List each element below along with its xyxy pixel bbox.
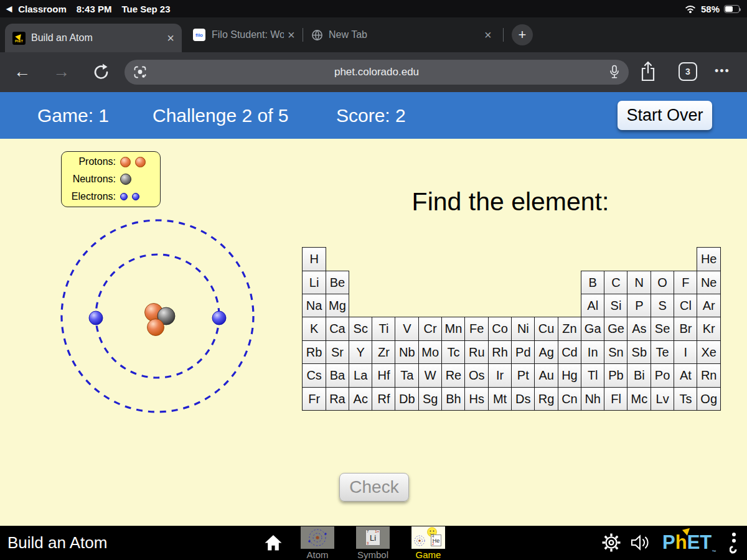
element-cell-Ga[interactable]: Ga <box>581 317 605 341</box>
element-cell-Xe[interactable]: Xe <box>697 340 721 365</box>
element-cell-Mc[interactable]: Mc <box>627 387 651 411</box>
microphone-icon[interactable] <box>609 65 620 80</box>
element-cell-Ir[interactable]: Ir <box>488 363 512 388</box>
tab-build-an-atom[interactable]: PhET Build an Atom × <box>5 24 182 52</box>
back-to-app-icon[interactable]: ◀ <box>6 4 12 13</box>
element-cell-W[interactable]: W <box>418 363 443 388</box>
element-cell-Po[interactable]: Po <box>651 363 675 388</box>
element-cell-Re[interactable]: Re <box>441 363 466 388</box>
element-cell-P[interactable]: P <box>627 294 651 318</box>
element-cell-Ac[interactable]: Ac <box>349 387 373 411</box>
element-cell-Bi[interactable]: Bi <box>627 363 651 388</box>
element-cell-Fe[interactable]: Fe <box>464 317 489 341</box>
element-cell-Na[interactable]: Na <box>302 294 326 318</box>
element-cell-Pt[interactable]: Pt <box>511 363 535 388</box>
phet-menu-icon[interactable] <box>730 532 741 554</box>
element-cell-Cr[interactable]: Cr <box>418 317 443 341</box>
element-cell-Ar[interactable]: Ar <box>697 294 721 318</box>
screen-button-game[interactable]: He 4 2 Game <box>411 526 446 560</box>
element-cell-Ge[interactable]: Ge <box>604 317 628 341</box>
element-cell-Rn[interactable]: Rn <box>697 363 721 388</box>
element-cell-Si[interactable]: Si <box>604 294 628 318</box>
element-cell-Be[interactable]: Be <box>326 271 350 295</box>
element-cell-Fl[interactable]: Fl <box>604 387 628 411</box>
element-cell-Zn[interactable]: Zn <box>558 317 582 341</box>
overflow-menu-icon[interactable]: ••• <box>715 61 730 81</box>
screen-button-atom[interactable]: Atom <box>300 526 335 560</box>
element-cell-Pb[interactable]: Pb <box>604 363 628 388</box>
element-cell-Se[interactable]: Se <box>651 317 675 341</box>
element-cell-Rh[interactable]: Rh <box>488 340 512 365</box>
element-cell-Nb[interactable]: Nb <box>395 340 419 365</box>
settings-gear-icon[interactable] <box>601 533 621 553</box>
element-cell-Co[interactable]: Co <box>488 317 512 341</box>
element-cell-Ne[interactable]: Ne <box>697 271 721 295</box>
forward-button[interactable]: → <box>53 62 70 82</box>
element-cell-Y[interactable]: Y <box>349 340 373 365</box>
start-over-button[interactable]: Start Over <box>618 101 712 130</box>
element-cell-Ca[interactable]: Ca <box>326 317 350 341</box>
element-cell-Sr[interactable]: Sr <box>326 340 350 365</box>
element-cell-Os[interactable]: Os <box>464 363 489 388</box>
element-cell-Rb[interactable]: Rb <box>302 340 326 365</box>
element-cell-Ti[interactable]: Ti <box>372 317 396 341</box>
element-cell-Ag[interactable]: Ag <box>534 340 558 365</box>
back-button[interactable]: ← <box>14 62 31 82</box>
url-text[interactable]: phet.colorado.edu <box>125 60 629 85</box>
element-cell-Mg[interactable]: Mg <box>326 294 350 318</box>
element-cell-Ds[interactable]: Ds <box>511 387 535 411</box>
element-cell-Ta[interactable]: Ta <box>395 363 419 388</box>
element-cell-Ru[interactable]: Ru <box>464 340 489 365</box>
element-cell-Rg[interactable]: Rg <box>534 387 558 411</box>
element-cell-S[interactable]: S <box>651 294 675 318</box>
address-bar[interactable]: phet.colorado.edu <box>125 60 629 85</box>
close-tab-icon[interactable]: × <box>167 32 174 44</box>
tab-count-button[interactable]: 3 <box>679 62 697 81</box>
element-cell-Sg[interactable]: Sg <box>418 387 443 411</box>
element-cell-Mn[interactable]: Mn <box>441 317 466 341</box>
back-to-app-label[interactable]: Classroom <box>18 4 67 14</box>
element-cell-Pd[interactable]: Pd <box>511 340 535 365</box>
sound-icon[interactable] <box>630 534 652 551</box>
element-cell-N[interactable]: N <box>627 271 651 295</box>
element-cell-Br[interactable]: Br <box>674 317 698 341</box>
element-cell-Db[interactable]: Db <box>395 387 419 411</box>
element-cell-Kr[interactable]: Kr <box>697 317 721 341</box>
element-cell-H[interactable]: H <box>302 247 326 271</box>
element-cell-Li[interactable]: Li <box>302 271 326 295</box>
element-cell-Lv[interactable]: Lv <box>651 387 675 411</box>
element-cell-Sb[interactable]: Sb <box>627 340 651 365</box>
element-cell-Sc[interactable]: Sc <box>349 317 373 341</box>
element-cell-Hs[interactable]: Hs <box>464 387 489 411</box>
element-cell-Nh[interactable]: Nh <box>581 387 605 411</box>
element-cell-At[interactable]: At <box>674 363 698 388</box>
close-tab-icon[interactable]: × <box>288 28 295 42</box>
element-cell-Ts[interactable]: Ts <box>674 387 698 411</box>
element-cell-Ni[interactable]: Ni <box>511 317 535 341</box>
element-cell-Rf[interactable]: Rf <box>372 387 396 411</box>
tab-new-tab[interactable]: New Tab <box>329 29 367 40</box>
element-cell-O[interactable]: O <box>651 271 675 295</box>
element-cell-Cs[interactable]: Cs <box>302 363 326 388</box>
element-cell-La[interactable]: La <box>349 363 373 388</box>
reload-button[interactable] <box>92 63 111 82</box>
share-icon[interactable] <box>640 61 656 82</box>
element-cell-Tl[interactable]: Tl <box>581 363 605 388</box>
element-cell-In[interactable]: In <box>581 340 605 365</box>
check-button[interactable]: Check <box>339 473 409 502</box>
element-cell-F[interactable]: F <box>674 271 698 295</box>
element-cell-Hg[interactable]: Hg <box>558 363 582 388</box>
element-cell-He[interactable]: He <box>697 247 721 271</box>
element-cell-Tc[interactable]: Tc <box>441 340 466 365</box>
tab-filo-student[interactable]: Filo Student: World's On <box>212 29 284 40</box>
element-cell-Bh[interactable]: Bh <box>441 387 466 411</box>
element-cell-V[interactable]: V <box>395 317 419 341</box>
element-cell-C[interactable]: C <box>604 271 628 295</box>
element-cell-Au[interactable]: Au <box>534 363 558 388</box>
element-cell-Og[interactable]: Og <box>697 387 721 411</box>
element-cell-Al[interactable]: Al <box>581 294 605 318</box>
element-cell-K[interactable]: K <box>302 317 326 341</box>
element-cell-Cn[interactable]: Cn <box>558 387 582 411</box>
element-cell-Mt[interactable]: Mt <box>488 387 512 411</box>
element-cell-Hf[interactable]: Hf <box>372 363 396 388</box>
